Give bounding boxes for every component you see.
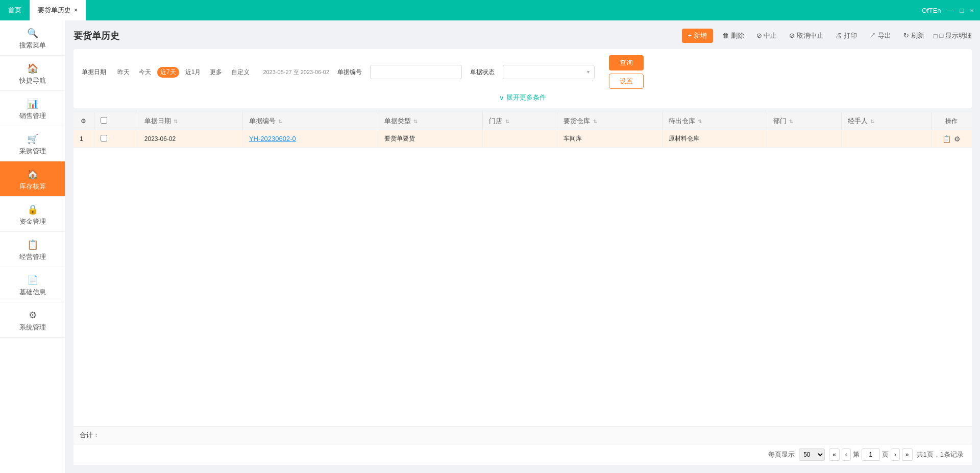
sidebar-item-label: 资金管理 [19,217,46,226]
print-button[interactable]: 🖨 打印 [832,29,861,42]
cell-dept [767,130,841,148]
warehouse-icon: 🏠 [27,169,38,180]
date-option-today[interactable]: 今天 [136,67,154,78]
action-buttons: 查询 设置 [609,55,644,89]
display-cell-toggle[interactable]: □ □ 显示明细 [934,31,972,40]
page-input[interactable] [862,448,880,461]
top-bar: 首页 要货单历史 × OfTEn — □ × [0,0,980,20]
col-checkbox [94,112,138,130]
new-button[interactable]: + 新增 [682,29,713,43]
sidebar-item-sales[interactable]: 📊 销售管理 [0,91,65,126]
table-row: 1 2023-06-02 YH-20230602-0 要货单要货 车间库 原材料… [74,130,972,148]
sidebar-item-label: 搜索菜单 [19,41,46,50]
close-tab-icon[interactable]: × [74,7,78,14]
sort-no-icon[interactable]: ⇅ [278,119,282,124]
minimize-icon[interactable]: — [947,7,954,14]
order-no-input[interactable] [370,65,462,79]
sidebar-item-label: 库存核算 [19,182,46,191]
sort-type-icon[interactable]: ⇅ [413,119,418,124]
first-page-button[interactable]: « [829,448,840,461]
sidebar-item-label: 基础信息 [19,288,46,297]
gear-icon: ⚙ [29,310,37,321]
last-page-button[interactable]: » [902,448,913,461]
page-header: 要货单历史 + 新增 🗑 删除 ⊘ 中止 ⊘ 取消中止 🖨 打印 ↗ 导出 ↻ … [74,29,972,43]
sort-store-icon[interactable]: ⇅ [505,119,509,124]
sidebar-item-inventory[interactable]: 🏠 库存核算 [0,161,65,197]
home-icon: 🏠 [27,63,38,74]
refresh-button[interactable]: ↻ 刷新 [900,29,927,42]
sidebar-item-finance[interactable]: 🔒 资金管理 [0,197,65,232]
brand-label: OfTEn [922,7,941,14]
date-label: 单据日期 [82,68,106,77]
more-row-icon[interactable]: ⚙ [954,135,961,143]
cart-icon: 🛒 [27,133,38,145]
sort-date-icon[interactable]: ⇅ [174,119,178,124]
table-header-row: ⚙ 单据日期 ⇅ 单据编号 ⇅ 单据类型 [74,112,972,130]
cell-handler [841,130,931,148]
delete-button[interactable]: 🗑 删除 [719,29,747,42]
sort-pending-icon[interactable]: ⇅ [698,119,702,124]
edit-row-icon[interactable]: 📋 [942,135,951,143]
query-button[interactable]: 查询 [609,55,644,70]
date-option-last1m[interactable]: 近1月 [182,67,204,78]
table-area: ⚙ 单据日期 ⇅ 单据编号 ⇅ 单据类型 [74,112,972,444]
sidebar-item-purchase[interactable]: 🛒 采购管理 [0,126,65,161]
checkbox-icon: □ [934,32,938,40]
next-page-button[interactable]: › [891,448,900,461]
row-checkbox[interactable] [101,135,107,141]
status-select[interactable] [503,65,595,79]
date-option-more[interactable]: 更多 [207,67,225,78]
row-actions: 📋 ⚙ [938,135,966,143]
sidebar-item-operations[interactable]: 📋 经营管理 [0,232,65,267]
status-select-wrapper [503,65,595,79]
stop-button[interactable]: ⊘ 中止 [753,29,780,42]
sidebar-item-label: 经营管理 [19,252,46,262]
date-option-yesterday[interactable]: 昨天 [114,67,133,78]
top-bar-right: OfTEn — □ × [922,7,980,14]
filter-row: 单据日期 昨天 今天 近7天 近1月 更多 自定义 2023-05-27 至 2… [82,55,964,89]
sidebar-item-quicknav[interactable]: 🏠 快捷导航 [0,56,65,91]
col-settings[interactable]: ⚙ [74,112,94,130]
expand-more-btn[interactable]: ∨ 展开更多条件 [82,93,964,102]
sort-handler-icon[interactable]: ⇅ [870,119,874,124]
sidebar-item-search[interactable]: 🔍 搜索菜单 [0,20,65,56]
lock-icon: 🔒 [27,204,38,215]
per-page-label: 每页显示 [768,450,795,459]
per-page-select[interactable]: 50 20 100 [799,448,825,461]
sidebar-item-label: 快捷导航 [19,76,46,85]
clipboard-icon: 📋 [27,239,38,250]
page-label-pre: 第 [853,450,860,459]
cell-no[interactable]: YH-20230602-0 [242,130,378,148]
sidebar-item-label: 销售管理 [19,111,46,121]
cell-type: 要货单要货 [378,130,483,148]
search-icon: 🔍 [27,28,38,39]
select-all-checkbox[interactable] [101,117,107,124]
sidebar-item-basic[interactable]: 📄 基础信息 [0,267,65,302]
tab-history[interactable]: 要货单历史 × [30,0,86,20]
maximize-icon[interactable]: □ [960,7,964,14]
sort-dept-icon[interactable]: ⇅ [789,119,793,124]
sort-req-icon[interactable]: ⇅ [593,119,597,124]
col-handler: 经手人 ⇅ [841,112,931,130]
export-button[interactable]: ↗ 导出 [866,29,894,42]
cell-pending-warehouse: 原材料仓库 [662,130,767,148]
col-no: 单据编号 ⇅ [242,112,378,130]
col-store: 门店 ⇅ [483,112,557,130]
col-actions: 操作 [931,112,972,130]
settings-button[interactable]: 设置 [609,74,644,89]
sidebar-item-system[interactable]: ⚙ 系统管理 [0,302,65,338]
page-label-post: 页 [882,450,889,459]
cancel-stop-button[interactable]: ⊘ 取消中止 [786,29,826,42]
col-pending-warehouse: 待出仓库 ⇅ [662,112,767,130]
chart-icon: 📊 [27,98,38,109]
main-layout: 🔍 搜索菜单 🏠 快捷导航 📊 销售管理 🛒 采购管理 🏠 库存核算 🔒 资金管… [0,20,980,473]
content-area: 要货单历史 + 新增 🗑 删除 ⊘ 中止 ⊘ 取消中止 🖨 打印 ↗ 导出 ↻ … [65,20,980,473]
date-option-last7[interactable]: 近7天 [157,67,179,78]
tab-home[interactable]: 首页 [0,0,30,20]
date-option-custom[interactable]: 自定义 [228,67,253,78]
prev-page-button[interactable]: ‹ [842,448,851,461]
cell-req-warehouse: 车间库 [557,130,662,148]
table-footer: 合计： [74,426,972,444]
close-window-icon[interactable]: × [970,7,974,14]
cell-checkbox [94,130,138,148]
